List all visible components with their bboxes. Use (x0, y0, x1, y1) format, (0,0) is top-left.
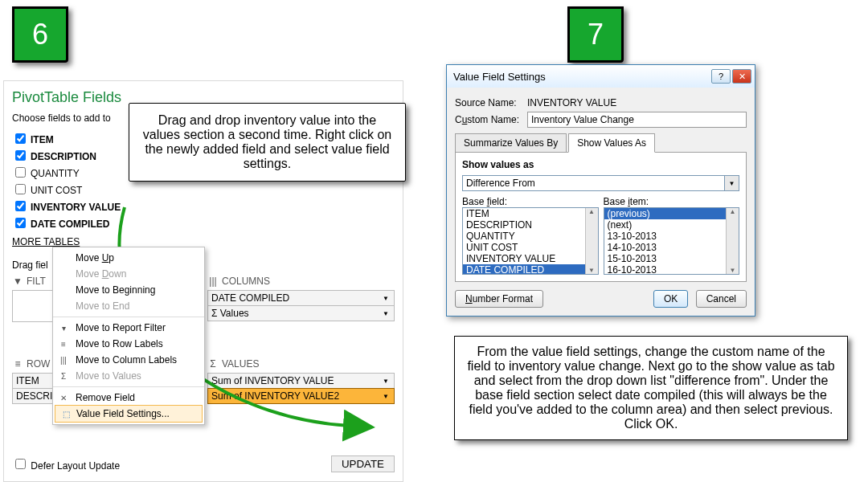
sigma-icon: Σ (58, 370, 69, 382)
pane-footer: Defer Layout Update UPDATE (12, 454, 395, 473)
field-quantity-checkbox[interactable] (15, 167, 26, 178)
field-item-checkbox[interactable] (15, 133, 26, 144)
rows-icon: ≡ (58, 338, 69, 349)
number-format-button[interactable]: Number Format (455, 290, 543, 308)
dialog-tabs: Summarize Values By Show Values As (455, 133, 747, 153)
show-values-as-label: Show values as (462, 159, 739, 170)
cancel-button[interactable]: Cancel (696, 290, 747, 308)
ctx-move-beginning[interactable]: Move to Beginning (53, 282, 204, 298)
base-field-label: Base field: (462, 196, 599, 207)
list-item[interactable]: INVENTORY VALUE (463, 253, 598, 264)
ctx-move-end: Move to End (53, 298, 204, 314)
base-item-label: Base item: (604, 196, 740, 207)
ctx-to-values: ΣMove to Values (53, 368, 204, 384)
field-date-compiled-checkbox[interactable] (15, 218, 26, 228)
remove-icon: ✕ (58, 392, 69, 403)
ctx-value-field-settings[interactable]: ⬚Value Field Settings... (55, 405, 203, 423)
close-icon[interactable]: ✕ (732, 69, 751, 84)
list-item[interactable]: (next) (604, 219, 739, 231)
dialog-titlebar[interactable]: Value Field Settings ? ✕ (447, 65, 755, 88)
help-icon[interactable]: ? (711, 69, 731, 84)
instruction-callout-7: From the value field settings, change th… (454, 336, 848, 440)
custom-name-field[interactable] (527, 112, 747, 128)
instruction-callout-6: Drag and drop inventory value into the v… (129, 103, 406, 182)
value-field-settings-dialog: Value Field Settings ? ✕ Source Name:INV… (446, 64, 755, 317)
field-unit-cost[interactable]: UNIT COST (12, 181, 395, 196)
defer-layout-checkbox[interactable]: Defer Layout Update (12, 456, 120, 472)
list-item[interactable]: 14-10-2013 (604, 242, 739, 253)
ctx-to-column-labels[interactable]: |||Move to Column Labels (53, 352, 204, 368)
step-badge-7: 7 (567, 6, 624, 63)
field-inventory-value-checkbox[interactable] (15, 201, 26, 211)
field-unit-cost-checkbox[interactable] (15, 184, 26, 194)
list-item[interactable]: 13-10-2013 (604, 231, 739, 242)
step-badge-6: 6 (12, 6, 68, 63)
custom-name-label: Custom Name: (455, 114, 527, 125)
field-context-menu: Move Up Move Down Move to Beginning Move… (52, 247, 205, 425)
ctx-to-report-filter[interactable]: ▾Move to Report Filter (53, 320, 204, 336)
list-item[interactable]: 15-10-2013 (604, 253, 739, 264)
source-name-label: Source Name: (455, 97, 527, 108)
list-item[interactable]: ITEM (463, 208, 598, 219)
dialog-title: Value Field Settings (453, 71, 546, 83)
tab-summarize-values[interactable]: Summarize Values By (455, 133, 567, 153)
source-name-value: INVENTORY VALUE (527, 97, 616, 108)
base-field-listbox[interactable]: ITEM DESCRIPTION QUANTITY UNIT COST INVE… (462, 207, 599, 275)
list-item[interactable]: UNIT COST (463, 242, 598, 253)
ok-button[interactable]: OK (653, 290, 688, 308)
ctx-move-down: Move Down (53, 266, 204, 282)
field-description-checkbox[interactable] (15, 150, 26, 161)
show-values-as-combo[interactable]: Difference From ▼ (462, 175, 739, 191)
settings-icon: ⬚ (60, 408, 72, 419)
update-button[interactable]: UPDATE (331, 455, 395, 472)
ctx-move-up[interactable]: Move Up (53, 250, 204, 266)
list-item-selected[interactable]: DATE COMPILED (463, 264, 598, 275)
filter-icon: ▼ (12, 276, 23, 287)
filter-icon: ▾ (58, 322, 69, 333)
chevron-down-icon[interactable]: ▼ (724, 176, 739, 190)
ctx-remove-field[interactable]: ✕Remove Field (53, 390, 204, 406)
ctx-to-row-labels[interactable]: ≡Move to Row Labels (53, 336, 204, 352)
scrollbar[interactable]: ▲▼ (585, 208, 598, 274)
list-item[interactable]: 16-10-2013 (604, 264, 739, 275)
list-item[interactable]: DESCRIPTION (463, 219, 598, 231)
base-item-listbox[interactable]: (previous) (next) 13-10-2013 14-10-2013 … (604, 207, 740, 275)
columns-icon: ||| (58, 354, 69, 366)
list-item-selected[interactable]: (previous) (604, 208, 739, 219)
tab-show-values-as[interactable]: Show Values As (568, 133, 655, 153)
list-item[interactable]: QUANTITY (463, 231, 598, 242)
rows-icon: ≡ (12, 358, 23, 370)
scrollbar[interactable]: ▲▼ (726, 208, 739, 274)
